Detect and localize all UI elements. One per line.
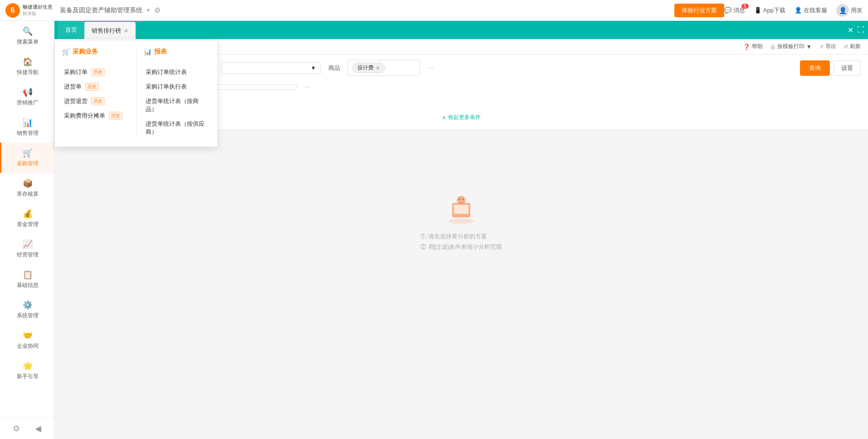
- sales-icon: 📊: [23, 118, 33, 128]
- stock-icon: 📦: [23, 178, 33, 188]
- purchase-icon: 🛒: [23, 148, 33, 158]
- goods-tag-close[interactable]: ✕: [375, 65, 380, 71]
- app-download-btn[interactable]: 📱 App下载: [754, 6, 785, 15]
- tab-close-all-icon[interactable]: ✕: [848, 26, 853, 35]
- empty-tips: ① 请先选择要分析的方案 ② 用[过滤]条件来缩小分析范围: [420, 231, 502, 252]
- sidebar-item-basicinfo[interactable]: 📋 基础信息: [0, 264, 54, 295]
- svg-rect-2: [454, 205, 468, 214]
- dropdown-item-purchase-order[interactable]: 采购订单 历史: [62, 65, 129, 79]
- basicinfo-icon: 📋: [23, 270, 33, 280]
- system-settings-icon[interactable]: ⚙: [154, 6, 161, 15]
- print-template-btn[interactable]: 🖨 按模板打印 ▼: [770, 43, 812, 50]
- message-badge: 5: [741, 4, 749, 9]
- logo-area: 6 畅捷通好生意 标准版: [5, 3, 60, 18]
- hist-badge-0: 历史: [91, 68, 105, 76]
- purchase-col-icon: 🛒: [62, 48, 70, 55]
- print-dropdown-icon: ▼: [806, 44, 812, 50]
- salesperson-more-icon[interactable]: ···: [304, 83, 310, 91]
- online-service-btn[interactable]: 👤 在线客服: [795, 6, 827, 15]
- logo-badge: 标准版: [23, 10, 53, 17]
- refresh-icon: ↺: [844, 44, 848, 50]
- sidebar-item-purchase[interactable]: 🛒 采购管理: [0, 143, 54, 173]
- settings-btn[interactable]: 设置: [834, 60, 861, 76]
- message-icon: 💬: [724, 7, 731, 14]
- settings-bottom-icon[interactable]: ⚙: [13, 424, 20, 434]
- newbie-icon: 🌟: [23, 361, 33, 371]
- svg-point-0: [449, 218, 474, 224]
- tab-sales-rank[interactable]: 销售排行榜 ✕: [84, 22, 136, 40]
- sidebar-item-search[interactable]: 🔍 搜索菜单: [0, 21, 54, 51]
- sidebar-item-finance[interactable]: 💰 资金管理: [0, 203, 54, 234]
- hist-badge-2: 历史: [91, 97, 105, 105]
- help-btn[interactable]: ❓ 帮助: [743, 43, 763, 50]
- dropdown-item-report-2[interactable]: 进货单统计表（按商品）: [144, 94, 210, 117]
- salesperson-input[interactable]: [206, 84, 297, 90]
- top-right-area: 💬 消息 5 📱 App下载 👤 在线客服 👤 用友: [724, 4, 863, 17]
- sidebar-item-system[interactable]: ⚙️ 系统管理: [0, 295, 54, 325]
- dropdown-cols: 🛒 采购业务 采购订单 历史 进货单 历史 进货退货 历史 采购费用分摊单 历史: [62, 48, 210, 139]
- dropdown-item-report-0[interactable]: 采购订单统计表: [144, 65, 210, 79]
- tab-bar: 首页 销售排行榜 ✕ ✕ ⛶: [54, 21, 868, 39]
- sidebar-item-operation[interactable]: 📈 经营管理: [0, 234, 54, 264]
- sidebar-item-marketing[interactable]: 📢 营销推广: [0, 82, 54, 112]
- system-icon: ⚙️: [23, 300, 33, 310]
- dropdown-item-report-3[interactable]: 进货单统计表（按供应商）: [144, 117, 210, 139]
- logo-icon: 6: [5, 3, 20, 18]
- dropdown-purchase-col: 🛒 采购业务 采购订单 历史 进货单 历史 进货退货 历史 采购费用分摊单 历史: [62, 48, 129, 139]
- collapse-icon[interactable]: ◀: [35, 424, 41, 434]
- collapse-up-icon: ∧: [442, 114, 446, 121]
- home-icon: 🏠: [23, 57, 33, 67]
- dropdown-item-purchase-return[interactable]: 进货退货 历史: [62, 94, 129, 109]
- search-icon: 🔍: [23, 26, 33, 36]
- dropdown-report-col: 📊 报表 采购订单统计表 采购订单执行表 进货单统计表（按商品） 进货单统计表（…: [144, 48, 210, 139]
- sidebar-item-stock[interactable]: 📦 库存核算: [0, 173, 54, 203]
- message-btn[interactable]: 💬 消息 5: [724, 6, 745, 15]
- tab-expand-icon[interactable]: ⛶: [857, 26, 864, 34]
- goods-more-icon[interactable]: ···: [427, 64, 433, 72]
- company-icon: 🤝: [23, 330, 33, 340]
- user-avatar: 👤: [836, 4, 849, 17]
- report-col-header: 📊 报表: [144, 48, 210, 59]
- hist-badge-3: 历史: [109, 112, 122, 120]
- system-dropdown-arrow[interactable]: ▼: [146, 8, 151, 13]
- action-btns: 查询 设置: [800, 60, 861, 76]
- marketing-icon: 📢: [23, 87, 33, 97]
- sidebar-item-sales[interactable]: 📊 销售管理: [0, 112, 54, 143]
- operation-icon: 📈: [23, 239, 33, 249]
- dropdown-item-purchase-receipt[interactable]: 进货单 历史: [62, 79, 129, 94]
- voucher-status-select[interactable]: ▼: [221, 62, 321, 74]
- svg-point-5: [462, 198, 464, 200]
- top-bar: 6 畅捷通好生意 标准版 装备及固定资产辅助管理系统 ▼ ⚙ 体验行业方案 💬 …: [0, 0, 868, 21]
- system-title-area: 装备及固定资产辅助管理系统 ▼ ⚙: [60, 6, 674, 15]
- hist-badge-1: 历史: [85, 83, 99, 91]
- sidebar-item-newbie[interactable]: 🌟 新手引导: [0, 355, 54, 386]
- sidebar: 🔍 搜索菜单 🏠 快捷导航 📢 营销推广 📊 销售管理 🛒 采购管理 📦 库存核…: [0, 21, 54, 439]
- sidebar-item-company[interactable]: 🤝 企业协同: [0, 325, 54, 355]
- svg-point-4: [458, 198, 460, 200]
- sidebar-item-guide[interactable]: 🏠 快捷导航: [0, 51, 54, 82]
- industry-btn[interactable]: 体验行业方案: [674, 4, 724, 17]
- refresh-btn[interactable]: ↺ 刷新: [844, 43, 861, 50]
- purchase-col-header: 🛒 采购业务: [62, 48, 129, 59]
- tab-close-icon[interactable]: ✕: [124, 28, 128, 34]
- sidebar-bottom: ⚙ ◀: [0, 418, 54, 439]
- empty-state: ① 请先选择要分析的方案 ② 用[过滤]条件来缩小分析范围: [54, 130, 868, 311]
- voucher-status-arrow: ▼: [311, 65, 316, 71]
- goods-input[interactable]: 设计费 ✕: [347, 60, 420, 76]
- query-btn[interactable]: 查询: [800, 60, 830, 76]
- goods-tag: 设计费 ✕: [352, 63, 385, 73]
- tab-home[interactable]: 首页: [58, 21, 84, 39]
- help-icon: ❓: [743, 44, 750, 50]
- finance-icon: 💰: [23, 209, 33, 219]
- tab-bar-right: ✕ ⛶: [848, 26, 864, 35]
- dropdown-item-report-1[interactable]: 采购订单执行表: [144, 79, 210, 94]
- export-icon: ↗: [819, 44, 824, 50]
- dropdown-item-purchase-expense[interactable]: 采购费用分摊单 历史: [62, 109, 129, 123]
- phone-icon: 📱: [754, 7, 761, 14]
- export-btn[interactable]: ↗ 导出: [819, 43, 836, 50]
- service-icon: 👤: [795, 7, 802, 14]
- report-col-icon: 📊: [144, 48, 151, 55]
- empty-illustration: [443, 189, 479, 226]
- print-icon: 🖨: [770, 44, 775, 50]
- user-btn[interactable]: 👤 用友: [836, 4, 863, 17]
